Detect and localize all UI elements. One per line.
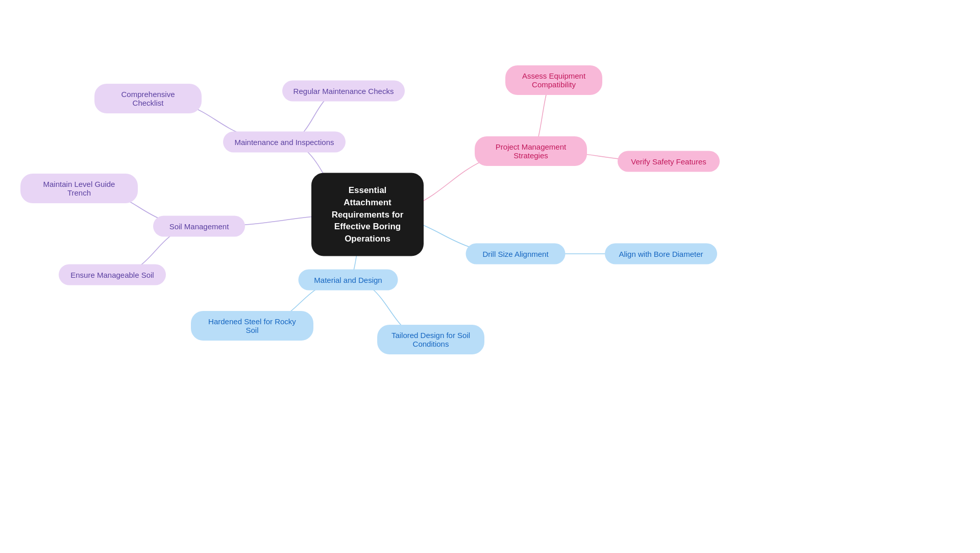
node-regular-label: Regular Maintenance Checks [293,87,394,95]
node-assess-equip: Assess Equipment Compatibility [505,65,602,95]
node-drill-size: Drill Size Alignment [466,244,566,265]
node-maintenance: Maintenance and Inspections [223,132,346,153]
node-center-label: Essential Attachment Requirements for Ef… [324,184,411,245]
mind-map-container: Essential Attachment Requirements for Ef… [0,0,980,553]
node-material-design-label: Material and Design [314,276,382,284]
node-comprehensive-label: Comprehensive Checklist [105,90,191,107]
node-soil-mgmt: Soil Management [153,216,245,237]
node-material-design: Material and Design [299,270,398,291]
node-maintenance-label: Maintenance and Inspections [234,138,334,147]
node-manageable-label: Ensure Manageable Soil [70,271,154,279]
node-tailored-design: Tailored Design for Soil Conditions [377,325,484,354]
node-center: Essential Attachment Requirements for Ef… [311,173,424,256]
node-tailored-design-label: Tailored Design for Soil Conditions [387,331,474,348]
node-verify-safety-label: Verify Safety Features [631,157,706,166]
node-comprehensive: Comprehensive Checklist [94,84,202,113]
node-regular: Regular Maintenance Checks [282,81,405,102]
node-hardened-steel-label: Hardened Steel for Rocky Soil [201,317,303,334]
node-soil-mgmt-label: Soil Management [169,222,229,231]
node-project-mgmt-label: Project Management Strategies [485,142,577,160]
node-hardened-steel: Hardened Steel for Rocky Soil [191,311,313,341]
node-align-bore: Align with Bore Diameter [605,244,717,265]
node-level-guide: Maintain Level Guide Trench [20,174,138,203]
node-assess-equip-label: Assess Equipment Compatibility [516,71,592,89]
node-drill-size-label: Drill Size Alignment [482,250,548,258]
node-manageable: Ensure Manageable Soil [59,265,166,285]
node-align-bore-label: Align with Bore Diameter [619,250,703,258]
node-verify-safety: Verify Safety Features [618,151,720,172]
node-level-guide-label: Maintain Level Guide Trench [31,180,128,197]
node-project-mgmt: Project Management Strategies [475,136,587,166]
